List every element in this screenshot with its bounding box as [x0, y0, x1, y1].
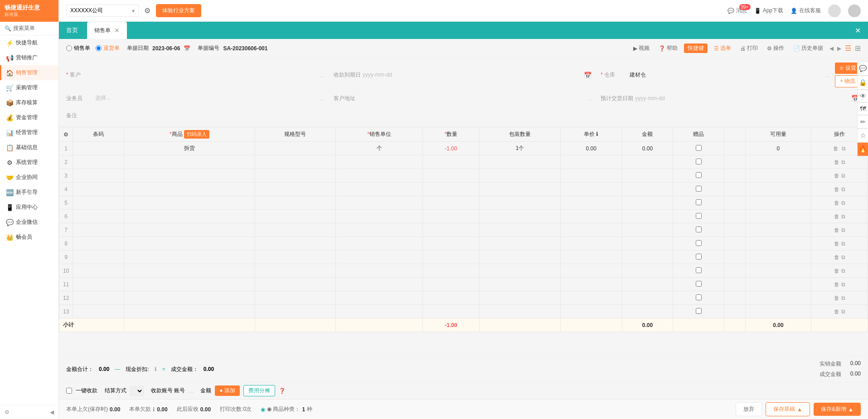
tab-sales-order[interactable]: 销售单 ✕ — [87, 22, 127, 39]
cell-barcode[interactable] — [73, 142, 124, 155]
sidebar-item-finance[interactable]: 💰 资金管理 — [0, 110, 58, 125]
cell-product[interactable]: 拆货 — [124, 142, 255, 155]
rfb-star[interactable]: ☆ — [857, 129, 868, 142]
shortcut-btn[interactable]: 快捷键 — [684, 43, 708, 53]
sidebar-item-quick-nav[interactable]: ⚡ 快捷导航 — [0, 35, 58, 50]
warehouse-input[interactable]: 建材仓 — [628, 70, 823, 80]
save-new-button[interactable]: 保存&新增 ▲ — [814, 403, 861, 416]
cell-gift[interactable] — [673, 142, 724, 155]
tab-home[interactable]: 首页 — [59, 22, 85, 39]
message-btn[interactable]: 💬 消息 99+ — [727, 7, 747, 14]
customer-addr-dots-btn[interactable]: ... — [585, 95, 593, 101]
sidebar-item-guide[interactable]: 🆕 新手引导 — [0, 185, 58, 200]
delete-icon[interactable]: 🗑 — [834, 308, 839, 315]
copy-icon[interactable]: ⧉ — [841, 173, 845, 179]
tab-close-right-icon[interactable]: ✕ — [848, 26, 868, 35]
delete-icon[interactable]: 🗑 — [834, 173, 839, 179]
settlement-select[interactable] — [130, 386, 144, 396]
delete-icon[interactable]: 🗑 — [834, 241, 839, 247]
rfb-lock[interactable]: 🔒 — [857, 76, 868, 90]
copy-icon[interactable]: ⧉ — [841, 281, 845, 288]
avatar[interactable] — [828, 5, 841, 17]
expense-help-icon[interactable]: ❓ — [279, 388, 286, 394]
copy-icon[interactable]: ⧉ — [842, 145, 846, 152]
sidebar-search[interactable]: 🔍 搜索菜单 — [0, 22, 58, 35]
sidebar-item-collab[interactable]: 🤝 企业协同 — [0, 170, 58, 185]
delete-icon[interactable]: 🗑 — [834, 254, 839, 260]
delete-icon[interactable]: 🗑 — [834, 281, 839, 288]
nav-prev-icon[interactable]: ◀ — [829, 45, 834, 52]
sidebar-item-marketing[interactable]: 📢 营销推广 — [0, 50, 58, 65]
th-gear[interactable]: ⚙ — [59, 127, 73, 142]
cell-unit[interactable]: 个 — [336, 142, 422, 155]
avatar-2[interactable] — [848, 5, 861, 17]
history-btn[interactable]: 📄 历史单据 — [790, 43, 826, 53]
help-icon2[interactable]: ℹ — [153, 406, 155, 413]
calendar-due-icon[interactable]: 📅 — [582, 72, 593, 79]
operate-btn[interactable]: ⚙ 操作 — [764, 43, 787, 53]
company-selector[interactable]: XXXXXX公司 ▾ — [66, 5, 139, 17]
sidebar-item-operations[interactable]: 📊 经营管理 — [0, 125, 58, 140]
sidebar-settings-btn[interactable]: ⚙ — [5, 409, 10, 415]
tab-close-icon[interactable]: ✕ — [114, 27, 120, 34]
info-icon[interactable]: ℹ — [155, 366, 157, 372]
delete-icon[interactable]: 🗑 — [834, 159, 839, 165]
app-download-btn[interactable]: 📱 App下载 — [754, 7, 783, 14]
chevron-up-icon[interactable]: ▲ — [797, 406, 802, 413]
help-btn[interactable]: ❓ 帮助 — [656, 43, 680, 53]
sidebar-item-purchase[interactable]: 🛒 采购管理 — [0, 80, 58, 95]
scan-button[interactable]: 扫码录入 — [184, 130, 209, 139]
copy-icon[interactable]: ⧉ — [841, 295, 845, 301]
rfb-edit[interactable]: ✏ — [857, 115, 868, 129]
radio-sales-order[interactable]: 销售单 — [66, 44, 90, 52]
delete-icon[interactable]: 🗑 — [834, 213, 839, 220]
delete-icon[interactable]: 🗑 — [833, 145, 839, 152]
radio-return-order[interactable]: 退货单 — [96, 44, 120, 52]
cell-spec[interactable] — [255, 142, 336, 155]
remark-input[interactable] — [93, 115, 326, 117]
sidebar-item-inventory[interactable]: 📦 库存核算 — [0, 95, 58, 110]
gear-icon[interactable]: ⚙ — [144, 6, 150, 15]
calendar-icon[interactable]: 📅 — [184, 45, 190, 52]
choose-btn[interactable]: ☰ 选单 — [711, 43, 734, 53]
customer-dots-btn[interactable]: ... — [318, 72, 326, 78]
sidebar-item-basics[interactable]: 📋 基础信息 — [0, 140, 58, 155]
sidebar-item-sales[interactable]: 🏠 销售管理 — [0, 65, 58, 80]
delete-icon[interactable]: 🗑 — [834, 200, 839, 206]
expected-date-input[interactable]: yyyy-mm-dd — [633, 94, 849, 103]
copy-icon[interactable]: ⧉ — [841, 213, 845, 220]
copy-icon[interactable]: ⧉ — [841, 159, 845, 165]
copy-icon[interactable]: ⧉ — [841, 241, 845, 247]
sidebar-item-system[interactable]: ⚙ 系统管理 — [0, 155, 58, 170]
customer-addr-input[interactable] — [361, 97, 586, 100]
salesperson-input[interactable]: 选择... — [93, 93, 318, 103]
rfb-fire[interactable]: 🔥 — [857, 142, 868, 156]
delete-icon[interactable]: 🗑 — [834, 227, 839, 233]
warehouse-dots-btn[interactable]: ... — [823, 72, 831, 78]
cell-pack-qty[interactable]: 1个 — [480, 142, 561, 155]
grid-view-icon[interactable]: ⊞ — [855, 44, 861, 53]
rfb-map[interactable]: 🗺 — [857, 102, 868, 115]
copy-icon[interactable]: ⧉ — [841, 186, 845, 193]
sidebar-item-vip[interactable]: 👑 畅会员 — [0, 230, 58, 245]
copy-icon[interactable]: ⧉ — [841, 200, 845, 206]
nav-next-icon[interactable]: ▶ — [837, 45, 841, 52]
copy-icon[interactable]: ⧉ — [841, 308, 845, 315]
cell-amount[interactable]: 0.00 — [622, 142, 673, 155]
delete-icon[interactable]: 🗑 — [834, 186, 839, 193]
list-view-icon[interactable]: ☰ — [845, 44, 851, 53]
discard-button[interactable]: 放弃 — [736, 402, 762, 416]
expense-split-btn[interactable]: 费用分摊 — [243, 385, 275, 396]
sidebar-item-wechat[interactable]: 💬 企业微信 — [0, 215, 58, 230]
one-key-pay-checkbox[interactable] — [66, 388, 72, 394]
rfb-chat[interactable]: 💬 — [857, 62, 868, 76]
trial-button[interactable]: 体验行业方案 — [156, 4, 201, 17]
save-draft-button[interactable]: 保存草稿 ▲ — [766, 402, 810, 416]
delete-icon[interactable]: 🗑 — [834, 268, 839, 274]
sidebar-item-appstore[interactable]: 📱 应用中心 — [0, 200, 58, 215]
rfb-eye[interactable]: 👁 — [857, 90, 868, 102]
delete-icon[interactable]: 🗑 — [834, 295, 839, 301]
cell-qty[interactable]: -1.00 — [422, 142, 480, 155]
copy-icon[interactable]: ⧉ — [841, 268, 845, 274]
customer-input[interactable] — [93, 74, 318, 76]
